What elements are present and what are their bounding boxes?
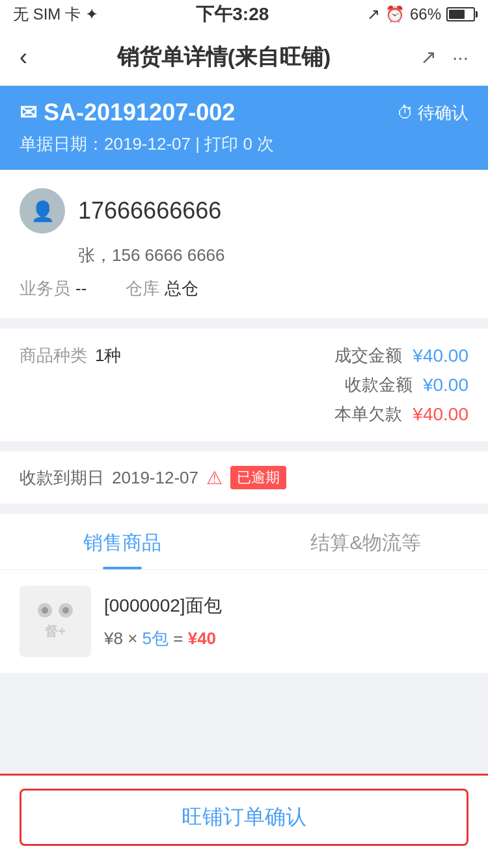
- warehouse-item: 仓库 总仓: [126, 277, 198, 300]
- warehouse-value: 总仓: [165, 277, 198, 300]
- order-banner: ✉ SA-20191207-002 ⏱ 待确认 单据日期：2019-12-07 …: [0, 86, 488, 170]
- salesperson-item: 业务员 --: [20, 277, 87, 300]
- nav-bar: ‹ 销货单详情(来自旺铺) ↗ ···: [0, 29, 488, 86]
- status-bar: 无 SIM 卡 ✦ 下午3:28 ↗ ⏰ 66%: [0, 0, 488, 29]
- deal-amount-row: 成交金额 ¥40.00: [334, 344, 468, 367]
- product-type-value: 1种: [95, 344, 121, 367]
- customer-section: 👤 17666666666 张，156 6666 6666 业务员 -- 仓库 …: [0, 170, 488, 318]
- product-thumbnail: 督+: [20, 586, 91, 657]
- status-text: 待确认: [418, 102, 468, 124]
- summary-left: 商品种类 1种: [20, 344, 121, 367]
- confirm-button[interactable]: 旺铺订单确认: [20, 789, 468, 846]
- customer-meta: 业务员 -- 仓库 总仓: [20, 277, 468, 300]
- overdue-icon: ⚠: [206, 467, 223, 489]
- avatar: 👤: [20, 188, 65, 234]
- product-info: [0000002]面包 ¥8 × 5包 = ¥40: [104, 593, 468, 650]
- due-section: 收款到期日 2019-12-07 ⚠ 已逾期: [0, 452, 488, 504]
- tab-settlement-label: 结算&物流等: [310, 532, 421, 553]
- battery-percent: 66%: [410, 5, 441, 23]
- tab-products-label: 销售商品: [83, 532, 161, 553]
- alarm-icon: ⏰: [385, 5, 405, 23]
- status-right: ↗ ⏰ 66%: [367, 5, 475, 23]
- price-total: ¥40: [188, 629, 216, 648]
- back-button[interactable]: ‹: [20, 44, 27, 71]
- due-date-value: 2019-12-07: [112, 468, 198, 488]
- page-title: 销货单详情(来自旺铺): [117, 42, 331, 72]
- share-icon[interactable]: ↗: [420, 46, 437, 68]
- product-name: [0000002]面包: [104, 593, 468, 618]
- received-label: 收款金额: [345, 373, 413, 396]
- customer-contact: 张，156 6666 6666: [78, 244, 468, 267]
- location-icon: ↗: [367, 5, 380, 23]
- customer-row: 👤 17666666666: [20, 188, 468, 234]
- battery-icon: [446, 7, 475, 21]
- avatar-icon: 👤: [31, 200, 55, 223]
- order-icon: ✉: [20, 100, 37, 125]
- status-left: 无 SIM 卡 ✦: [13, 4, 98, 25]
- salesperson-label: 业务员: [20, 277, 70, 300]
- order-date: 单据日期：2019-12-07 | 打印 0 次: [20, 133, 468, 156]
- overdue-badge: 已逾期: [230, 466, 286, 489]
- tab-settlement[interactable]: 结算&物流等: [244, 514, 488, 569]
- status-time: 下午3:28: [196, 2, 269, 27]
- bottom-action: 旺铺订单确认: [0, 774, 488, 868]
- product-type-label: 商品种类: [20, 344, 87, 367]
- product-logo: 督+: [29, 602, 81, 641]
- price-quantity: 5包: [142, 629, 169, 648]
- owed-row: 本单欠款 ¥40.00: [334, 403, 468, 426]
- salesperson-value: --: [75, 278, 87, 299]
- nav-actions: ↗ ···: [420, 46, 468, 68]
- price-base: ¥8 ×: [104, 629, 142, 648]
- deal-amount-value: ¥40.00: [413, 346, 468, 366]
- product-price: ¥8 × 5包 = ¥40: [104, 627, 468, 650]
- status-clock-icon: ⏱: [397, 103, 414, 123]
- product-list: 督+ [0000002]面包 ¥8 × 5包 = ¥40: [0, 570, 488, 673]
- customer-phone: 17666666666: [78, 197, 221, 224]
- owl-eye-inner-right: [62, 607, 69, 614]
- owl-eye-left: [38, 603, 52, 617]
- received-row: 收款金额 ¥0.00: [334, 373, 468, 396]
- table-row: 督+ [0000002]面包 ¥8 × 5包 = ¥40: [0, 570, 488, 673]
- warehouse-label: 仓库: [126, 277, 159, 300]
- due-label: 收款到期日: [20, 467, 104, 489]
- order-status: ⏱ 待确认: [397, 102, 468, 124]
- price-equals: =: [169, 629, 188, 648]
- sim-status: 无 SIM 卡 ✦: [13, 4, 98, 25]
- owl-eye-inner-left: [42, 607, 48, 614]
- received-value: ¥0.00: [423, 375, 468, 396]
- tab-products[interactable]: 销售商品: [0, 514, 244, 569]
- owed-value: ¥40.00: [413, 404, 468, 425]
- order-id: ✉ SA-20191207-002: [20, 99, 235, 126]
- battery-fill: [449, 10, 465, 19]
- summary-section: 商品种类 1种 成交金额 ¥40.00 收款金额 ¥0.00 本单欠款 ¥40.…: [0, 329, 488, 441]
- summary-right: 成交金额 ¥40.00 收款金额 ¥0.00 本单欠款 ¥40.00: [334, 344, 468, 426]
- owl-eye-right: [59, 603, 73, 617]
- owl-eyes: [38, 603, 73, 617]
- tabs-section: 销售商品 结算&物流等 督+: [0, 514, 488, 673]
- deal-amount-label: 成交金额: [334, 344, 402, 367]
- more-icon[interactable]: ···: [452, 46, 468, 68]
- tabs-row: 销售商品 结算&物流等: [0, 514, 488, 570]
- order-id-text: SA-20191207-002: [44, 99, 235, 126]
- owed-label: 本单欠款: [334, 403, 402, 426]
- owl-plus-icon: 督+: [45, 623, 66, 640]
